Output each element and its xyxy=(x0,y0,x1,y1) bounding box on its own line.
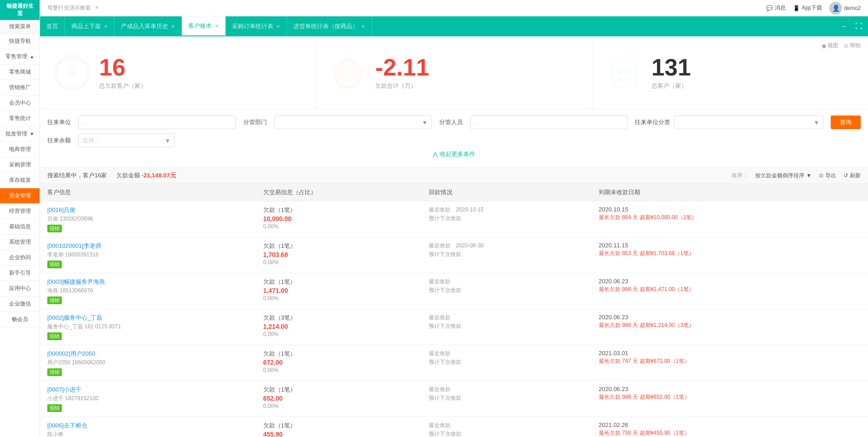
refresh-button[interactable]: ↺ 刷新 xyxy=(843,172,861,180)
last-payment-label: 最近收款 xyxy=(429,422,584,429)
sidebar-item-system[interactable]: 系统管理 xyxy=(0,235,40,250)
manager-input[interactable]: ... xyxy=(470,116,628,129)
sort-label: 排序： xyxy=(732,172,748,180)
app-download-btn[interactable]: 📱 App下载 xyxy=(793,4,822,12)
collapse-button[interactable]: ⋀ 收起更多条件 xyxy=(47,147,861,161)
customer-name-link[interactable]: [0001020001]李老师 xyxy=(47,242,249,250)
debt-percent: 0.00% xyxy=(263,403,414,409)
filter-division: 分管部门 ▼ xyxy=(243,116,432,129)
download-icon: 📱 xyxy=(793,5,800,11)
sidebar-item-marketing[interactable]: 营销推广 xyxy=(0,80,40,95)
summary-card-total-customers: 131 总客户（家） ◉ 视图 ⊙ 帮助 xyxy=(592,36,868,109)
collapse-icon: ⋀ xyxy=(433,151,438,158)
sidebar-item-purchase[interactable]: 采购管理 xyxy=(0,157,40,173)
close-icon[interactable]: ✕ xyxy=(104,24,108,30)
cell-customer-info: [000002]用户2050 用户2050 18665062050 现销 xyxy=(40,345,256,381)
customer-name-link[interactable]: [0016]吕俊 xyxy=(47,206,249,214)
tab-stock-summary[interactable]: 进货单统计表（按商品） ✕ xyxy=(287,16,372,36)
debt-amount: 10,000.00 xyxy=(263,215,414,222)
enterprise-collab-label: 企业协同 xyxy=(9,254,31,261)
overdue-amount-label: 欠款合计（万） xyxy=(375,82,429,90)
summary-text-overdue: 16 总欠款客户（家） xyxy=(99,55,146,90)
sidebar-item-ecommerce[interactable]: 电商管理 xyxy=(0,142,40,157)
sort-select[interactable]: 按欠款金额倒序排序 ▼ xyxy=(755,172,812,180)
customer-name-link[interactable]: [0006]去下粮仓 xyxy=(47,422,249,430)
sidebar-item-operations[interactable]: 经营管理 xyxy=(0,204,40,219)
close-icon[interactable]: ✕ xyxy=(215,23,219,29)
customer-name-link[interactable]: [000002]用户2050 xyxy=(47,350,249,358)
from-unit-label: 往来单位 xyxy=(47,118,75,126)
member-label: 会员中心 xyxy=(9,100,31,106)
cell-due-date: 2020.06.23 最长欠款 998 天 超期¥652.00（1笔） xyxy=(592,381,868,417)
expand-button[interactable]: ⛶ xyxy=(853,20,864,32)
chevron-down-icon: ▼ xyxy=(422,119,428,126)
svg-rect-9 xyxy=(620,58,628,63)
overdue-link[interactable]: 超期¥652.00（1笔） xyxy=(640,394,690,400)
debt-count: 欠款（1笔） xyxy=(263,386,414,394)
debt-percent: 0.00% xyxy=(263,367,414,373)
view-action[interactable]: ◉ 视图 xyxy=(822,42,838,50)
overdue-link[interactable]: 超期¥1,471.00（1笔） xyxy=(640,286,694,292)
customer-name-link[interactable]: [0007]小进干 xyxy=(47,386,249,394)
table-row: [0016]吕俊 吕俊 13026203696 现销 欠款（1笔） 10,000… xyxy=(40,201,868,237)
sidebar-item-retail-mgmt[interactable]: 零售管理 ▲ xyxy=(0,49,40,65)
result-bar: 搜索结果中，客户16家 欠款金额 -21,148.07元 排序： 按欠款金额倒序… xyxy=(40,168,868,184)
overdue-link[interactable]: 超期¥455.90（1笔） xyxy=(640,430,690,436)
sidebar-item-enterprise-collab[interactable]: 企业协同 xyxy=(0,250,40,266)
close-icon[interactable]: ✕ xyxy=(361,24,365,30)
customer-badge: 现销 xyxy=(47,261,62,268)
summary-text-amount: -2.11 欠款合计（万） xyxy=(375,55,429,90)
cell-customer-info: [0001020001]李老师 李老师 18600391516 现销 xyxy=(40,237,256,273)
overdue-link[interactable]: 超期¥1,703.68（1笔） xyxy=(640,250,694,256)
vip-member-label: 畅会员 xyxy=(12,316,28,322)
help-action[interactable]: ⊙ 帮助 xyxy=(844,42,861,50)
overdue-info: 最长欠款 998 天 超期¥1,471.00（1笔） xyxy=(599,286,861,293)
debt-percent: 0.00% xyxy=(263,331,414,337)
overdue-info: 最长欠款 998 天 超期¥1,214.00（3笔） xyxy=(599,321,861,329)
tab-product-off[interactable]: 商品上下架 ✕ xyxy=(65,16,115,36)
overdue-link[interactable]: 超期¥672.00（1笔） xyxy=(640,358,690,364)
sidebar-item-retail-stats[interactable]: 零售统计 xyxy=(0,111,40,126)
logo-text: 畅捷通好生意 xyxy=(4,3,36,17)
export-button[interactable]: ⊙ 导出 xyxy=(819,172,836,180)
from-unit-dots: ... xyxy=(82,119,87,126)
division-select[interactable]: ▼ xyxy=(274,116,432,129)
tab-home[interactable]: 首页 xyxy=(40,16,65,36)
sidebar-item-search[interactable]: 搜索菜单 xyxy=(0,20,40,34)
sidebar-item-guide[interactable]: 新手引导 xyxy=(0,266,40,281)
tab-produce-history[interactable]: 产成品入库单历史 ✕ xyxy=(115,16,182,36)
tab-customer-account[interactable]: 客户账本 ✕ xyxy=(182,16,226,36)
from-unit-input[interactable]: ... xyxy=(78,116,236,129)
sidebar-item-app-center[interactable]: 应用中心 xyxy=(0,281,40,296)
unit-category-select[interactable]: ▼ xyxy=(674,116,823,129)
query-button[interactable]: 查询 xyxy=(831,116,861,129)
debt-count: 欠款（1笔） xyxy=(263,278,414,286)
debt-percent: 0.00% xyxy=(263,223,414,230)
tab-purchase-order[interactable]: 采购订单统计表 ✕ xyxy=(226,16,287,36)
sidebar-item-vip-member[interactable]: 畅会员 xyxy=(0,312,40,327)
sidebar-item-enterprise-wechat[interactable]: 企业微信 xyxy=(0,296,40,312)
customer-name-link[interactable]: [0003]畅捷服务尹海燕 xyxy=(47,278,249,286)
user-menu[interactable]: 👤 demo2 xyxy=(829,2,861,15)
cell-debt-info: 欠款（1笔） 672.00 0.00% xyxy=(256,345,421,381)
sidebar-item-quick-nav[interactable]: 快捷导航 xyxy=(0,34,40,49)
sidebar-item-inventory[interactable]: 库存核算 xyxy=(0,173,40,188)
overdue-link[interactable]: 超期¥10,000.00（1笔） xyxy=(640,214,697,221)
sidebar-item-finance[interactable]: 资金管理 xyxy=(0,188,40,204)
close-icon[interactable]: ✕ xyxy=(171,24,175,30)
sidebar-item-batch-mgmt[interactable]: 批发管理 ▼ xyxy=(0,126,40,142)
overdue-link[interactable]: 超期¥1,214.00（3笔） xyxy=(640,322,694,328)
message-btn[interactable]: 💬 消息 xyxy=(766,4,786,12)
balance-select[interactable]: 选择... ▼ xyxy=(78,134,175,147)
sidebar-item-retail-mall[interactable]: 零售商城 xyxy=(0,65,40,80)
close-icon[interactable]: ✕ xyxy=(276,24,280,30)
minimize-button[interactable]: － xyxy=(839,20,850,33)
operations-label: 经营管理 xyxy=(9,208,31,214)
sidebar-item-basic-info[interactable]: 基础信息 xyxy=(0,219,40,235)
sidebar-item-member[interactable]: 会员中心 xyxy=(0,95,40,111)
tab-navigation: 首页 商品上下架 ✕ 产成品入库单历史 ✕ 客户账本 ✕ 采购订单统计表 ✕ 进… xyxy=(40,16,868,36)
quick-nav-label: 快捷导航 xyxy=(9,38,31,44)
total-customers-label: 总客户（家） xyxy=(652,82,691,90)
customer-name-link[interactable]: [0002]服务中心_丁磊 xyxy=(47,314,249,322)
app-center-label: 应用中心 xyxy=(9,285,31,291)
